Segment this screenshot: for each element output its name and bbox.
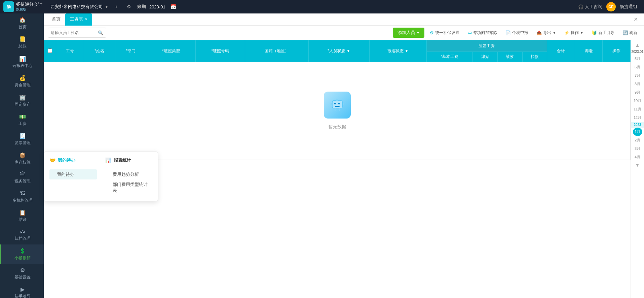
sidebar-item-settings[interactable]: ⚙ 基础设置 <box>0 264 44 283</box>
right-month-8[interactable]: 8月 <box>631 80 644 88</box>
refresh-button[interactable]: 🔄 刷新 <box>620 29 640 37</box>
popup-title-todo: 🤝 我的待办 <box>49 157 97 165</box>
right-month-10[interactable]: 10月 <box>631 97 644 105</box>
todo-title-label: 我的待办 <box>58 157 75 163</box>
inventory-icon: 📦 <box>19 152 26 159</box>
sidebar-item-multi[interactable]: 🏗 多机构管理 <box>0 187 44 206</box>
user-name[interactable]: 畅捷通组 <box>620 4 637 10</box>
special-deduct-label: 专项附加扣除 <box>473 30 497 36</box>
th-id-type: *证照类型 <box>146 40 196 62</box>
sidebar-item-tax[interactable]: 🏛 税务管理 <box>0 168 44 187</box>
popup-menu: 🤝 我的待办 我的待办 📊 报表统计 费用趋势分析 部门费用类型统计表 <box>44 152 158 201</box>
export-button[interactable]: 📤 导出 ▼ <box>534 29 559 37</box>
th-payroll-group: 应发工资 <box>426 40 547 52</box>
company-name: 西安虾米网络科技有限公司 <box>50 4 103 10</box>
tax-return-label: 个税申报 <box>512 30 528 36</box>
right-month-5[interactable]: 5月 <box>631 55 644 63</box>
right-month-2[interactable]: 2月 <box>631 136 644 144</box>
invoice-icon: 🧾 <box>19 133 26 139</box>
sidebar-item-finance[interactable]: 💰 资金管理 <box>0 71 44 91</box>
add-person-button[interactable]: 添加人员 ▼ <box>393 28 424 38</box>
sidebar-label-reports: 云报表中心 <box>12 63 33 68</box>
tab-close-salary[interactable]: × <box>85 17 87 22</box>
popup-title-reports: 📊 报表统计 <box>105 157 153 165</box>
th-name: *姓名 <box>84 40 115 62</box>
sidebar-item-inventory[interactable]: 📦 库存核算 <box>0 149 44 168</box>
popup-item-my-todo[interactable]: 我的待办 <box>49 169 97 179</box>
reports-title-label: 报表统计 <box>114 157 131 163</box>
sidebar-item-reports[interactable]: 📊 云报表中心 <box>0 52 44 71</box>
tab-bar: 首页 工资表 × ✕ <box>44 13 644 26</box>
right-panel-current-date: 2023.01 <box>631 49 644 55</box>
svg-rect-7 <box>334 108 336 111</box>
sidebar-label-assets: 固定资产 <box>14 102 31 107</box>
sidebar-label-tax: 税务管理 <box>14 179 31 184</box>
sidebar-item-home[interactable]: 🏠 首页 <box>0 13 44 33</box>
right-month-4[interactable]: 4月 <box>631 153 644 161</box>
toolbar: 🔍 添加人员 ▼ ⚙ 统一社保设置 🏷 专项附加扣除 📄 个税申报 📤 导出 <box>44 26 644 40</box>
operation-icon: ⚡ <box>564 30 569 35</box>
right-month-9[interactable]: 9月 <box>631 88 644 97</box>
operation-button[interactable]: ⚡ 操作 ▼ <box>561 29 586 37</box>
right-month-11[interactable]: 11月 <box>631 105 644 113</box>
right-nav-down[interactable]: ▼ <box>631 161 644 169</box>
right-month-12[interactable]: 12月 <box>631 113 644 122</box>
user-avatar[interactable]: CE <box>606 2 616 11</box>
refresh-icon: 🔄 <box>622 30 628 35</box>
right-nav-up[interactable]: ▲ <box>631 41 644 49</box>
right-panel: ▲ 2023.01 5月 6月 7月 8月 9月 10月 11月 12月 202… <box>631 40 644 298</box>
right-month-7[interactable]: 7月 <box>631 71 644 80</box>
special-deduct-button[interactable]: 🏷 专项附加扣除 <box>465 29 500 37</box>
sidebar-item-invoice[interactable]: 🧾 发票管理 <box>0 129 44 148</box>
company-chevron-icon: ▼ <box>105 5 108 9</box>
salary-icon: 💵 <box>19 113 26 120</box>
service-icon: 🎧 <box>578 4 583 9</box>
tab-home-label: 首页 <box>52 16 61 22</box>
new-guide-label: 新手引导 <box>598 30 614 36</box>
sidebar-item-archive[interactable]: 🗂 归档管理 <box>0 225 44 244</box>
export-chevron: ▼ <box>553 31 556 35</box>
right-year-2023: 2023 <box>631 122 644 128</box>
sidebar-label-salary: 工资 <box>18 121 27 126</box>
company-selector[interactable]: 西安虾米网络科技有限公司 ▼ <box>50 4 108 10</box>
popup-item-expense-trend[interactable]: 费用趋势分析 <box>105 169 153 179</box>
sidebar-item-assets[interactable]: 🏢 固定资产 <box>0 91 44 110</box>
social-security-button[interactable]: ⚙ 统一社保设置 <box>427 29 462 37</box>
service-label: 人工咨询 <box>585 4 602 10</box>
new-guide-button[interactable]: 🔰 新手引导 <box>589 29 617 37</box>
ledger-icon: 📒 <box>19 36 26 42</box>
tax-return-button[interactable]: 📄 个税申报 <box>503 29 531 37</box>
add-company-button[interactable]: + <box>112 2 121 11</box>
refresh-label: 刷新 <box>629 30 637 36</box>
calendar-icon[interactable]: 📅 <box>169 2 178 11</box>
period-value[interactable]: 2023-01 <box>149 4 165 9</box>
sidebar-item-closing[interactable]: 📋 结账 <box>0 206 44 225</box>
reports-title-icon: 📊 <box>105 157 112 163</box>
archive-icon: 🗂 <box>20 229 25 235</box>
popup-col-reports: 📊 报表统计 费用趋势分析 部门费用类型统计表 <box>105 157 153 196</box>
select-all-checkbox[interactable] <box>48 48 52 53</box>
sidebar-item-guide[interactable]: ▶ 新手引导 <box>0 283 44 298</box>
tab-home[interactable]: 首页 <box>47 13 65 26</box>
th-checkbox[interactable] <box>44 40 56 62</box>
sidebar-item-ledger[interactable]: 📒 总账 <box>0 33 44 52</box>
popup-item-dept-expense[interactable]: 部门费用类型统计表 <box>105 179 153 196</box>
logo-area: 畅 畅捷通好会计 旗舰版 <box>3 1 47 12</box>
settings-icon[interactable]: ⚙ <box>124 2 134 11</box>
right-month-1[interactable]: 1月 <box>633 128 642 136</box>
search-input[interactable] <box>51 30 98 35</box>
reports-icon: 📊 <box>19 56 26 62</box>
tab-bar-close-button[interactable]: ✕ <box>631 16 641 23</box>
social-security-label: 统一社保设置 <box>435 30 459 36</box>
topbar-right: 🎧 人工咨询 CE 畅捷通组 <box>578 2 641 11</box>
right-month-6[interactable]: 6月 <box>631 63 644 71</box>
sidebar-label-home: 首页 <box>18 25 27 29</box>
sidebar-item-salary[interactable]: 💵 工资 <box>0 110 44 129</box>
tab-salary[interactable]: 工资表 × <box>65 13 92 26</box>
sidebar-label-closing: 结账 <box>18 217 27 222</box>
xiao-icon: 💲 <box>19 248 26 254</box>
customer-service-button[interactable]: 🎧 人工咨询 <box>578 4 602 10</box>
right-month-3[interactable]: 3月 <box>631 144 644 153</box>
sidebar-item-xiao[interactable]: 💲 小畅报销 <box>0 244 44 264</box>
closing-icon: 📋 <box>19 209 26 216</box>
